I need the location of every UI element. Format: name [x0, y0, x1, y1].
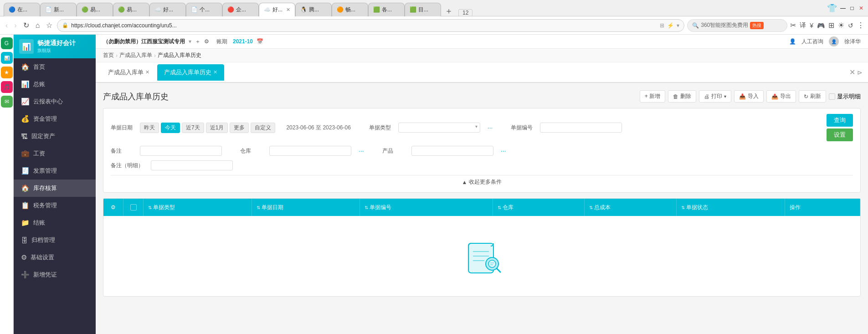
- doc-no-input[interactable]: [540, 123, 622, 133]
- display-col-checkbox[interactable]: [829, 93, 835, 100]
- shirt-icon[interactable]: 👕: [827, 3, 837, 13]
- sidebar-item-funds[interactable]: 💰 资金管理: [14, 110, 96, 128]
- home-nav-button[interactable]: ⌂: [34, 21, 42, 31]
- setting-button[interactable]: 设置: [827, 128, 853, 141]
- sidebar-item-newdoc[interactable]: ➕ 新增凭证: [14, 266, 96, 283]
- sub-tab-history[interactable]: 产成品入库单历史 ✕: [157, 64, 224, 81]
- date-yesterday[interactable]: 昨天: [140, 123, 159, 133]
- browser-tab-9[interactable]: 🐧 腾...: [295, 3, 332, 16]
- breadcrumb-list[interactable]: 产成品入库单: [119, 51, 152, 59]
- sidebar-item-invoice[interactable]: 🧾 发票管理: [14, 162, 96, 180]
- minimize-button[interactable]: —: [840, 5, 846, 11]
- sub-tab-list[interactable]: 产成品入库单 ✕: [101, 64, 156, 81]
- doc-type-more-icon[interactable]: ···: [488, 124, 493, 131]
- detail-remark-input[interactable]: [151, 160, 233, 170]
- bookmark-button[interactable]: ☆: [44, 20, 54, 31]
- browser-tab-1[interactable]: 🔵 在...: [4, 3, 40, 16]
- back-button[interactable]: ‹: [4, 21, 10, 31]
- browser-tab-7[interactable]: 🔴 企...: [222, 3, 259, 16]
- th-doc-no[interactable]: ⇅ 单据编号: [360, 199, 493, 216]
- print-button[interactable]: 🖨 打印 ▾: [699, 90, 731, 103]
- app-icon-4[interactable]: 🎵: [1, 81, 13, 93]
- browser-tab-10[interactable]: 🟠 畅...: [332, 3, 368, 16]
- browser-tab-12[interactable]: 🟩 目...: [405, 3, 441, 16]
- date-1month[interactable]: 近1月: [206, 123, 228, 133]
- sub-tab-history-close[interactable]: ✕: [213, 69, 217, 75]
- tab-panel-close-button[interactable]: ✕: [849, 68, 855, 77]
- add-button[interactable]: + 新增: [640, 90, 665, 103]
- add-account-button[interactable]: ＋: [195, 38, 200, 46]
- warehouse-more-icon[interactable]: ···: [359, 147, 364, 154]
- search-bar[interactable]: 🔍 360智能抠图免费用 热搜: [687, 19, 787, 32]
- product-more-icon[interactable]: ···: [501, 147, 506, 154]
- app-icon-5[interactable]: ✉: [1, 96, 13, 108]
- sidebar-item-reports[interactable]: 📈 云报表中心: [14, 93, 96, 110]
- warehouse-input[interactable]: [269, 146, 351, 156]
- browser-tab-6[interactable]: 📄 个...: [186, 3, 222, 16]
- browser-tab-5[interactable]: ☁️ 好...: [149, 3, 186, 16]
- th-checkbox[interactable]: [123, 199, 144, 216]
- sidebar-item-payroll[interactable]: 💼 工资: [14, 145, 96, 162]
- th-doc-date[interactable]: ⇅ 单据日期: [252, 199, 360, 216]
- date-7days[interactable]: 近7天: [182, 123, 204, 133]
- import-button[interactable]: 📥 导入: [734, 90, 764, 103]
- export-button[interactable]: 📤 导出: [766, 90, 796, 103]
- forward-button[interactable]: ›: [12, 21, 18, 31]
- game-icon[interactable]: 🎮: [817, 22, 825, 29]
- translate-icon[interactable]: 译: [800, 21, 806, 30]
- sidebar-item-fixed[interactable]: 🏗 固定资产: [14, 128, 96, 145]
- browser-tab-4[interactable]: 🟢 易...: [113, 3, 149, 16]
- doc-type-select[interactable]: [398, 123, 480, 133]
- date-more[interactable]: 更多: [230, 123, 249, 133]
- undo2-icon[interactable]: ↺: [848, 22, 853, 29]
- address-box[interactable]: 🔒 https://cloud.chanjet.com/accounting/u…: [57, 19, 684, 32]
- sidebar-item-tax[interactable]: 📋 税务管理: [14, 197, 96, 214]
- sidebar-item-ledger[interactable]: 📊 总账: [14, 76, 96, 93]
- browser-tab-11[interactable]: 🟩 各...: [368, 3, 405, 16]
- refresh-action-button[interactable]: ↻ 刷新: [799, 90, 826, 103]
- delete-button[interactable]: 🗑 删除: [668, 90, 696, 103]
- header-checkbox[interactable]: [130, 204, 137, 211]
- account-dropdown-icon[interactable]: ▾: [189, 38, 191, 45]
- sub-tab-list-close[interactable]: ✕: [145, 69, 149, 75]
- new-tab-button[interactable]: ＋: [441, 5, 457, 16]
- refresh-button[interactable]: ↻: [21, 20, 31, 31]
- browser-tab-3[interactable]: 🟢 易...: [77, 3, 113, 16]
- date-today[interactable]: 今天: [161, 123, 180, 133]
- app-icon-1[interactable]: G: [1, 37, 13, 49]
- browser-tab-2[interactable]: 📄 新...: [40, 3, 77, 16]
- sidebar-item-inventory[interactable]: 🏠 库存核算: [14, 180, 96, 197]
- calendar-icon[interactable]: 📅: [257, 38, 263, 45]
- tab-panel-expand-button[interactable]: ⊳: [857, 69, 863, 76]
- print-dropdown-icon[interactable]: ▾: [724, 94, 726, 99]
- sidebar-item-closing[interactable]: 📁 结账: [14, 214, 96, 231]
- th-gear[interactable]: ⚙: [103, 199, 123, 216]
- tab-8-close-icon[interactable]: ✕: [286, 7, 290, 13]
- sidebar-item-home[interactable]: 🏠 首页: [14, 58, 96, 76]
- date-custom[interactable]: 自定义: [251, 123, 275, 133]
- th-warehouse[interactable]: ⇅ 仓库: [493, 199, 585, 216]
- th-doc-type[interactable]: ⇅ 单据类型: [144, 199, 252, 216]
- sun-icon[interactable]: ☀: [838, 21, 844, 30]
- currency-icon[interactable]: ¥: [810, 22, 813, 29]
- support-label[interactable]: 人工咨询: [801, 38, 823, 46]
- app-icon-3[interactable]: ★: [1, 67, 13, 78]
- breadcrumb-home[interactable]: 首页: [103, 51, 114, 59]
- address-dropdown-icon[interactable]: ▾: [677, 22, 679, 29]
- settings-gear-icon[interactable]: ⚙: [204, 38, 209, 45]
- browser-tab-8[interactable]: ☁️ 好... ✕: [259, 3, 295, 16]
- th-total-cost[interactable]: ⇅ 总成本: [585, 199, 677, 216]
- product-input[interactable]: [411, 146, 493, 156]
- query-button[interactable]: 查询: [827, 114, 853, 127]
- more-icon[interactable]: ⋮: [857, 21, 864, 30]
- app-icon-2[interactable]: 📊: [1, 52, 13, 64]
- th-doc-status[interactable]: ⇅ 单据状态: [677, 199, 785, 216]
- sidebar-item-archive[interactable]: 🗄 归档管理: [14, 231, 96, 249]
- sidebar-item-settings[interactable]: ⚙ 基础设置: [14, 249, 96, 266]
- grid2-icon[interactable]: ⊞: [828, 21, 834, 30]
- remark-input[interactable]: [140, 146, 222, 156]
- scissors-icon[interactable]: ✂: [790, 21, 796, 30]
- close-button[interactable]: ✕: [858, 5, 864, 11]
- collapse-button[interactable]: ▲ 收起更多条件: [111, 175, 853, 187]
- maximize-button[interactable]: □: [849, 5, 855, 11]
